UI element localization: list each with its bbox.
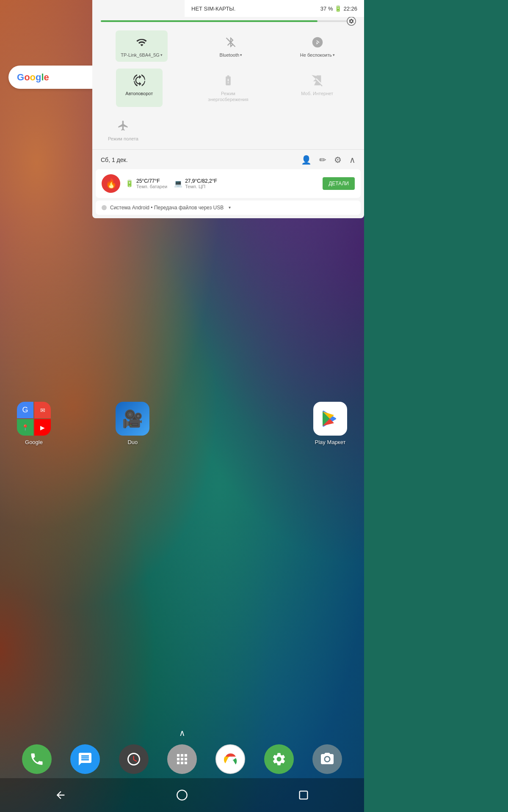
playmarket-icon [313, 402, 347, 436]
edit-icon[interactable]: ✏ [319, 155, 326, 165]
cpu-temp-item: 💻 27,9°C/82,2°F Темп. ЦП [174, 178, 217, 189]
google-cluster-icon: G ✉ 📍 ▶ [17, 402, 51, 436]
dock-camera[interactable] [312, 744, 342, 774]
app-playmarket[interactable]: Play Маркет [313, 402, 347, 445]
svg-rect-5 [299, 791, 307, 799]
cpu-icon: 💻 [174, 179, 182, 187]
battery-temp-item: 🔋 25°C/77°F Темп. батареи [125, 178, 167, 189]
dock-settings[interactable] [264, 744, 294, 774]
dock-all-apps[interactable] [167, 744, 197, 774]
brightness-slider[interactable] [101, 20, 356, 22]
bluetooth-label-row: Bluetooth ▾ [220, 52, 242, 58]
nav-recents-button[interactable] [295, 787, 312, 804]
time-display: 22:26 [343, 5, 357, 12]
duo-app-label: Duo [127, 439, 138, 445]
app-duo[interactable]: 🎥 Duo [116, 402, 149, 445]
dock-chrome[interactable] [215, 744, 245, 774]
tiles-row-3: Режим полета [92, 110, 364, 149]
cpu-temp-text: 27,9°C/82,2°F Темп. ЦП [185, 178, 217, 189]
nav-back-button[interactable] [52, 787, 69, 804]
brightness-thumb [347, 16, 356, 26]
tiles-row-2: Автоповорот Режимэнергосбережения Моб. И… [92, 65, 364, 110]
cpu-temp-value: 27,9°C/82,2°F [185, 178, 217, 184]
airplane-label: Режим полета [108, 136, 138, 142]
status-bar-right: 37 % 🔋 22:26 [320, 5, 357, 12]
collapse-icon[interactable]: ∧ [349, 155, 356, 165]
dock [0, 744, 364, 774]
wifi-label-row: TP-Link_6BA4_5G ▾ [121, 52, 163, 58]
dock-clock[interactable] [119, 744, 149, 774]
desktop-apps: G ✉ 📍 ▶ Google 🎥 Duo Play Маркет [0, 402, 364, 445]
tile-bluetooth[interactable]: Bluetooth ▾ [207, 30, 254, 62]
action-icons: 👤 ✏ ⚙ ∧ [301, 155, 356, 165]
nav-bar [0, 778, 364, 812]
dnd-label-row: Не беспокоить ▾ [300, 52, 335, 58]
tile-wifi[interactable]: TP-Link_6BA4_5G ▾ [116, 30, 168, 62]
tile-battery-saver[interactable]: Режимэнергосбережения [203, 69, 253, 107]
battery-icon: 🔋 [334, 5, 342, 12]
details-button[interactable]: ДЕТАЛИ [323, 177, 355, 190]
bluetooth-icon [223, 35, 238, 50]
user-icon[interactable]: 👤 [301, 155, 312, 165]
autorotate-label: Автоповорот [125, 91, 153, 96]
wifi-label: TP-Link_6BA4_5G [121, 52, 160, 58]
battery-temp-icon: 🔋 [125, 179, 134, 187]
no-sim-label: НЕТ SIM-КАРТЫ. [191, 5, 235, 12]
notification-temps: 🔋 25°C/77°F Темп. батареи 💻 27,9°C/82,2°… [125, 178, 318, 189]
battery-saver-label: Режимэнергосбережения [208, 91, 248, 103]
wifi-dropdown-arrow[interactable]: ▾ [160, 53, 163, 57]
expand-arrow[interactable]: ∧ [179, 728, 185, 738]
tile-dnd[interactable]: Не беспокоить ▾ [294, 30, 341, 62]
app-google[interactable]: G ✉ 📍 ▶ Google [17, 402, 51, 445]
nav-home-button[interactable] [174, 787, 190, 804]
usb-dot [102, 205, 107, 210]
battery-temp-label: Темп. батареи [136, 184, 167, 189]
rotate-icon [132, 73, 147, 88]
duo-icon: 🎥 [116, 402, 149, 436]
date-label: Сб, 1 дек. [101, 156, 128, 163]
cpu-temp-label: Темп. ЦП [185, 184, 217, 189]
tile-autorotate[interactable]: Автоповорот [116, 69, 163, 107]
battery-percentage: 37 % [320, 5, 333, 12]
notification-card: 🔥 🔋 25°C/77°F Темп. батареи 💻 27,9°C/82,… [96, 169, 361, 198]
tiles-row-1: TP-Link_6BA4_5G ▾ Bluetooth ▾ [92, 27, 364, 65]
notification-content: 🔋 25°C/77°F Темп. батареи 💻 27,9°C/82,2°… [125, 178, 318, 189]
battery-save-icon [221, 73, 236, 88]
notification-app-icon: 🔥 [102, 174, 120, 193]
mobile-data-label: Моб. Интернет [301, 91, 333, 96]
tile-airplane[interactable]: Режим полета [100, 114, 146, 146]
quick-settings-panel: НЕТ SIM-КАРТЫ. 37 % 🔋 22:26 [92, 0, 364, 218]
battery-temp-text: 25°C/77°F Темп. батареи [136, 178, 167, 189]
battery-temp-value: 25°C/77°F [136, 178, 167, 184]
dnd-dropdown-arrow[interactable]: ▾ [333, 53, 335, 57]
svg-point-4 [177, 790, 187, 800]
brightness-fill [101, 20, 318, 22]
google-app-label: Google [25, 439, 43, 445]
settings-icon[interactable]: ⚙ [334, 155, 342, 165]
status-bar: НЕТ SIM-КАРТЫ. 37 % 🔋 22:26 [185, 0, 364, 17]
wifi-icon [134, 35, 149, 50]
usb-dropdown-arrow[interactable]: ▾ [229, 205, 231, 210]
bluetooth-dropdown-arrow[interactable]: ▾ [240, 53, 242, 57]
usb-notification[interactable]: Система Android • Передача файлов через … [96, 200, 361, 215]
tile-mobile-data[interactable]: Моб. Интернет [294, 69, 340, 107]
bluetooth-label: Bluetooth [220, 52, 239, 58]
dnd-label: Не беспокоить [300, 52, 332, 58]
dock-messages[interactable] [70, 744, 100, 774]
dnd-icon [310, 35, 325, 50]
playmarket-app-label: Play Маркет [315, 439, 346, 445]
airplane-icon [116, 118, 131, 133]
usb-text: Система Android • Передача файлов через … [110, 205, 224, 211]
dock-phone[interactable] [22, 744, 52, 774]
google-logo: Google [17, 72, 49, 83]
date-action-bar: Сб, 1 дек. 👤 ✏ ⚙ ∧ [92, 149, 364, 169]
mobile-data-icon [309, 73, 325, 88]
